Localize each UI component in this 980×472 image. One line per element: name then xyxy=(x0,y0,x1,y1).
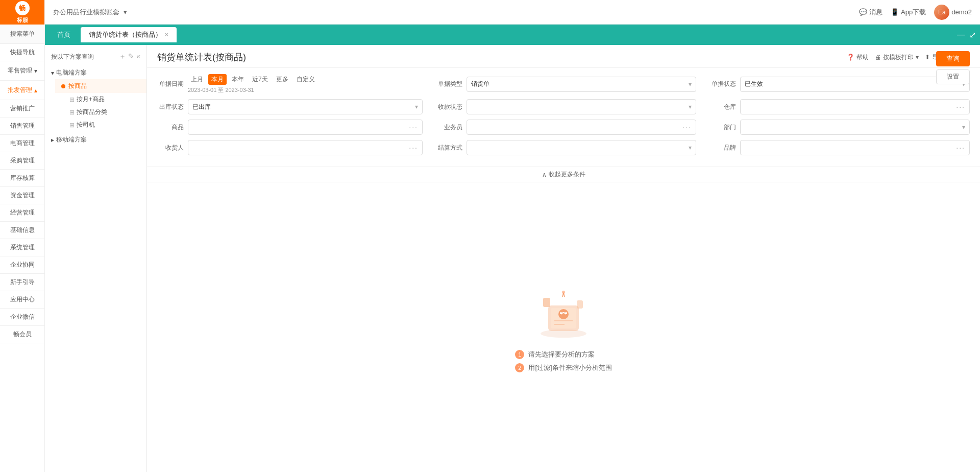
doc-status-value: 已生效 xyxy=(745,80,763,88)
scheme-item-by-printer[interactable]: ⊞ 按司机 xyxy=(55,119,146,131)
user-profile-btn[interactable]: Ea demo2 xyxy=(934,5,972,20)
scheme-item-by-product[interactable]: 按商品 xyxy=(55,79,146,93)
sidebar-item-appcenter[interactable]: 应用中心 xyxy=(0,291,44,309)
sales-label: 销售管理 xyxy=(10,122,35,130)
search-menu[interactable]: 搜索菜单 xyxy=(0,25,44,44)
retail-label: 零售管理 xyxy=(8,66,32,75)
date-tab-this-month[interactable]: 本月 xyxy=(208,74,227,85)
print-dropdown-icon: ▾ xyxy=(916,54,919,61)
fp-add-icon[interactable]: ＋ xyxy=(119,52,126,61)
filter-row-2: 出库状态 已出库 ▾ 收款状态 ▾ xyxy=(157,99,970,114)
sidebar-item-system[interactable]: 系统管理 xyxy=(0,239,44,256)
scheme-group-mobile-title[interactable]: ▸ 移动端方案 xyxy=(45,133,146,146)
help-icon: ❓ xyxy=(847,54,854,61)
payment-field: 结算方式 ▾ xyxy=(431,140,696,155)
doc-type-control[interactable]: 销货单 ▾ xyxy=(467,77,696,92)
brand-control[interactable]: ··· xyxy=(740,140,970,155)
doc-status-control[interactable]: 已生效 ▾ xyxy=(740,77,970,92)
dept-label: 部门 xyxy=(704,123,740,132)
sidebar-item-marketing[interactable]: 营销推广 xyxy=(0,100,44,117)
date-tab-custom[interactable]: 自定义 xyxy=(293,74,318,85)
print-btn[interactable]: 🖨 按模板打印 ▾ xyxy=(875,53,919,62)
app-download-btn[interactable]: 📱 App下载 xyxy=(891,8,926,17)
tab-home[interactable]: 首页 xyxy=(49,27,79,42)
sidebar-item-wholesale[interactable]: 批发管理 ▴ xyxy=(0,81,44,100)
enterprise-label: 企业协同 xyxy=(10,261,35,269)
product-dots: ··· xyxy=(409,123,418,131)
filter-panel-header: 按以下方案查询 ＋ ✎ « xyxy=(45,49,146,64)
logo-icon: 畅 xyxy=(15,1,30,15)
wholesale-arrow-icon: ▴ xyxy=(34,87,37,94)
fp-collapse-icon[interactable]: « xyxy=(136,52,140,61)
out-status-control[interactable]: 已出库 ▾ xyxy=(188,99,423,114)
sidebar-item-finance[interactable]: 资金管理 xyxy=(0,187,44,204)
guide-label: 新手引导 xyxy=(10,278,35,287)
sidebar-item-wechat[interactable]: 企业微信 xyxy=(0,309,44,326)
product-control[interactable]: ··· xyxy=(188,120,423,135)
sidebar-item-purchase[interactable]: 采购管理 xyxy=(0,152,44,170)
sidebar-item-guide[interactable]: 新手引导 xyxy=(0,274,44,291)
purchase-label: 采购管理 xyxy=(10,156,35,165)
sidebar-item-sales[interactable]: 销售管理 xyxy=(0,117,44,135)
sidebar-item-basic[interactable]: 基础信息 xyxy=(0,222,44,239)
sidebar-item-ecommerce[interactable]: 电商管理 xyxy=(0,135,44,152)
sidebar-item-enterprise[interactable]: 企业协同 xyxy=(0,256,44,274)
sidebar-item-quicknav[interactable]: 快捷导航 xyxy=(0,44,44,61)
dept-arrow: ▾ xyxy=(962,124,965,131)
date-tab-more[interactable]: 更多 xyxy=(273,74,291,85)
salesman-field: 业务员 ··· xyxy=(431,120,696,135)
tab-minimize-icon[interactable]: — xyxy=(957,30,965,39)
tab-sales-stat[interactable]: 销货单统计表（按商品） × xyxy=(81,27,177,42)
salesman-control[interactable]: ··· xyxy=(467,120,696,135)
filter-row-3: 商品 ··· 业务员 ··· xyxy=(157,120,970,135)
help-btn[interactable]: ❓ 帮助 xyxy=(847,53,869,62)
message-label: 消息 xyxy=(869,8,883,17)
out-status-value: 已出库 xyxy=(192,103,211,111)
tab-maximize-icon[interactable]: ⤢ xyxy=(969,30,976,40)
member-label: 畅会员 xyxy=(13,330,32,339)
settings-button[interactable]: 设置 xyxy=(936,69,970,84)
message-btn[interactable]: 💬 消息 xyxy=(859,8,883,17)
dept-control[interactable]: ▾ xyxy=(740,120,970,135)
scheme-group-desktop: ▾ 电脑端方案 按商品 ⊞ 按月+商品 ⊞ 按商品分类 xyxy=(45,66,146,131)
payment-control[interactable]: ▾ xyxy=(467,140,696,155)
fp-edit-icon[interactable]: ✎ xyxy=(128,52,134,61)
tab-close-icon[interactable]: × xyxy=(165,31,168,38)
date-tab-7days[interactable]: 近7天 xyxy=(249,74,271,85)
query-button[interactable]: 查询 xyxy=(936,51,970,66)
warehouse-control[interactable]: ··· xyxy=(740,99,970,114)
sidebar-item-retail[interactable]: 零售管理 ▾ xyxy=(0,61,44,81)
scheme-items-desktop: 按商品 ⊞ 按月+商品 ⊞ 按商品分类 ⊞ 按司机 xyxy=(45,79,146,131)
date-tab-last-month[interactable]: 上月 xyxy=(188,74,206,85)
collapse-row[interactable]: ∧ 收起更多条件 xyxy=(147,167,980,182)
logo-text: 畅 xyxy=(19,4,26,13)
content-area: 按以下方案查询 ＋ ✎ « ▾ 电脑端方案 按商品 xyxy=(45,45,980,472)
receiver-label: 收货人 xyxy=(157,144,188,152)
warehouse-field: 仓库 ··· xyxy=(704,99,970,114)
svg-point-5 xyxy=(565,312,567,314)
collapse-label: 收起更多条件 xyxy=(549,170,585,179)
date-tab-this-year[interactable]: 本年 xyxy=(229,74,247,85)
scheme-by-product-label: 按商品 xyxy=(68,82,87,90)
collapse-btn[interactable]: ∧ 收起更多条件 xyxy=(542,170,585,179)
receipt-status-control[interactable]: ▾ xyxy=(467,99,696,114)
print-icon: 🖨 xyxy=(875,54,881,61)
receiver-field: 收货人 ··· xyxy=(157,140,423,155)
workspace-dropdown-icon[interactable]: ▾ xyxy=(124,8,127,16)
doc-type-arrow: ▾ xyxy=(689,81,692,88)
quicknav-label: 快捷导航 xyxy=(10,48,35,57)
sidebar-item-operations[interactable]: 经营管理 xyxy=(0,204,44,222)
mobile-group-label: 移动端方案 xyxy=(56,135,87,144)
action-buttons: 查询 设置 xyxy=(936,51,970,84)
receipt-status-arrow: ▾ xyxy=(689,103,692,110)
grid3-icon: ⊞ xyxy=(69,122,75,129)
sidebar-item-inventory[interactable]: 库存核算 xyxy=(0,170,44,187)
ecommerce-label: 电商管理 xyxy=(10,139,35,148)
dept-field: 部门 ▾ xyxy=(704,120,970,135)
scheme-item-by-month-product[interactable]: ⊞ 按月+商品 xyxy=(55,93,146,106)
scheme-item-by-category[interactable]: ⊞ 按商品分类 xyxy=(55,106,146,119)
out-status-label: 出库状态 xyxy=(157,103,188,111)
receiver-control[interactable]: ··· xyxy=(188,140,423,155)
sidebar-item-member[interactable]: 畅会员 xyxy=(0,326,44,343)
scheme-group-desktop-title[interactable]: ▾ 电脑端方案 xyxy=(45,66,146,79)
